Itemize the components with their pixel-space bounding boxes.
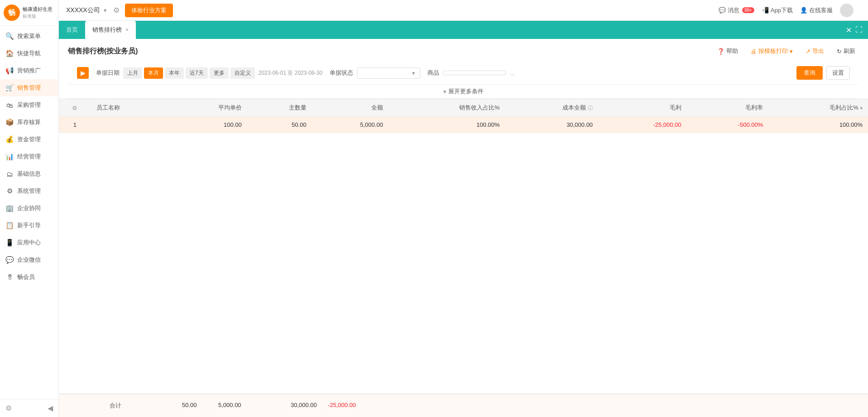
more-fields-btn[interactable]: ... <box>510 70 515 77</box>
sidebar-item-operations[interactable]: 📊 经营管理 <box>0 148 58 165</box>
sidebar-item-label: 快捷导航 <box>17 49 41 58</box>
sidebar-item-label: 采购管理 <box>17 101 41 109</box>
tab-home[interactable]: 首页 <box>59 21 85 39</box>
status-select[interactable]: ▾ <box>357 67 420 79</box>
message-group[interactable]: 💬 消息 99+ <box>719 6 754 14</box>
window-close-icon[interactable]: ✕ <box>846 26 852 34</box>
footer-spacer3 <box>249 399 285 412</box>
sidebar-item-finance[interactable]: 💰 资金管理 <box>0 131 58 148</box>
expand-more-btn[interactable]: ▾ 展开更多条件 <box>443 87 484 96</box>
folder-icon: 🗂 <box>5 170 14 178</box>
status-filter-group: 单据状态 ▾ <box>330 67 420 79</box>
col-gross-pct: 毛利占比% ♦ <box>768 99 868 117</box>
row-main-qty: 50.00 <box>247 117 312 133</box>
print-btn[interactable]: 🖨 按模板打印 ▾ <box>747 45 796 57</box>
sidebar-item-label: 企业协同 <box>17 204 41 212</box>
col-gross: 毛利 <box>598 99 686 117</box>
settings-btn[interactable]: 设置 <box>826 66 850 80</box>
sidebar-item-label: 新手引导 <box>17 221 41 230</box>
refresh-icon: ↻ <box>837 48 842 55</box>
building-icon: 🏢 <box>5 204 14 212</box>
sidebar-item-label: 搜索菜单 <box>17 32 41 40</box>
help-icon: ❓ <box>717 48 724 55</box>
sidebar-item-label: 销售管理 <box>17 84 41 92</box>
filter-collapse-btn[interactable]: ▶ <box>77 67 89 79</box>
row-gross-rate: -500.00% <box>687 117 769 133</box>
medal-icon: 🎖 <box>5 273 14 281</box>
sidebar-item-enterprise[interactable]: 🏢 企业协同 <box>0 200 58 217</box>
megaphone-icon: 📢 <box>5 67 14 75</box>
service-icon: 👤 <box>800 7 807 14</box>
home-icon: 🏠 <box>5 49 14 58</box>
table-settings-col[interactable]: ⚙ <box>59 99 91 117</box>
row-cost: 30,000.00 <box>505 117 599 133</box>
date-btn-7days[interactable]: 近7天 <box>186 67 208 79</box>
table-container: ⚙ 员工名称 平均单价 主数量 全额 销售收入占比% 成本全额 ⓘ 毛利 毛利率 <box>59 99 868 393</box>
industry-btn[interactable]: 体验行业方案 <box>125 4 173 17</box>
col-gross-rate: 毛利率 <box>687 99 769 117</box>
date-btn-thismonth[interactable]: 本月 <box>144 67 163 79</box>
settings-footer-icon[interactable]: ⚙ <box>5 404 12 412</box>
sidebar-item-inventory[interactable]: 📦 库存核算 <box>0 114 58 131</box>
window-expand-icon[interactable]: ⛶ <box>855 26 863 34</box>
date-btn-group: 上月 本月 本年 近7天 更多 自定义 <box>123 67 255 79</box>
goods-input[interactable] <box>443 71 506 75</box>
col-main-qty: 主数量 <box>247 99 312 117</box>
sidebar-item-member[interactable]: 🎖 畅会员 <box>0 268 58 286</box>
gear-icon: ⚙ <box>5 187 14 195</box>
guide-icon: 📋 <box>5 221 14 230</box>
tab-sales-ranking[interactable]: 销售排行榜 × <box>85 21 136 39</box>
sidebar-item-search[interactable]: 🔍 搜索菜单 <box>0 28 58 45</box>
query-btn[interactable]: 查询 <box>796 66 823 80</box>
sidebar-item-label: 基础信息 <box>17 170 41 178</box>
sidebar-item-marketing[interactable]: 📢 营销推广 <box>0 62 58 79</box>
date-btn-lastmonth[interactable]: 上月 <box>123 67 142 79</box>
company-selector[interactable]: XXXXX公司 ▼ <box>66 6 108 14</box>
col-cost: 成本全额 ⓘ <box>505 99 599 117</box>
sidebar-item-apps[interactable]: 📱 应用中心 <box>0 234 58 251</box>
row-avg-price: 100.00 <box>169 117 247 133</box>
online-service-label: 在线客服 <box>809 6 833 14</box>
sidebar-item-label: 畅会员 <box>17 273 35 281</box>
sidebar-item-quick-nav[interactable]: 🏠 快捷导航 <box>0 45 58 62</box>
sidebar-item-label: 系统管理 <box>17 187 41 195</box>
footer-main-qty: 50.00 <box>177 399 213 412</box>
gross-pct-icon: ♦ <box>860 105 863 110</box>
topbar-settings-icon[interactable]: ⚙ <box>113 6 120 14</box>
cost-info-icon: ⓘ <box>588 105 593 110</box>
sidebar-item-guide[interactable]: 📋 新手引导 <box>0 217 58 234</box>
footer-amount: 5,000.00 <box>213 399 249 412</box>
content-area: 销售排行榜(按业务员) ❓ 帮助 🖨 按模板打印 ▾ ↗ 导出 <box>59 39 868 417</box>
user-avatar[interactable] <box>840 4 854 17</box>
online-service-group[interactable]: 👤 在线客服 <box>800 6 833 14</box>
sidebar-item-purchase[interactable]: 🛍 采购管理 <box>0 96 58 114</box>
row-amount: 5,000.00 <box>312 117 388 133</box>
logo-title: 畅康通好生意 <box>23 6 53 13</box>
date-btn-custom[interactable]: 自定义 <box>230 67 255 79</box>
export-icon: ↗ <box>806 48 810 55</box>
app-download-group[interactable]: 📲 App下载 <box>762 6 793 14</box>
filter-bar: ▶ 单据日期 上月 本月 本年 近7天 更多 自定义 2023-06-01 至 … <box>68 62 859 85</box>
sidebar-item-label: 资金管理 <box>17 135 41 144</box>
chart-icon: 📊 <box>5 153 14 161</box>
row-gross: -25,000.00 <box>598 117 686 133</box>
date-label: 单据日期 <box>96 69 120 77</box>
logo-icon: 畅 <box>4 5 20 21</box>
col-sales-pct: 销售收入占比% <box>388 99 505 117</box>
collapse-icon[interactable]: ◀ <box>48 404 53 412</box>
page-title-row: 销售排行榜(按业务员) ❓ 帮助 🖨 按模板打印 ▾ ↗ 导出 <box>68 45 859 57</box>
date-btn-thisyear[interactable]: 本年 <box>165 67 184 79</box>
date-btn-more[interactable]: 更多 <box>210 67 229 79</box>
sidebar-item-sales[interactable]: 🛒 销售管理 <box>0 79 58 96</box>
help-btn[interactable]: ❓ 帮助 <box>714 45 742 57</box>
tab-close-icon[interactable]: × <box>125 27 129 33</box>
sidebar-item-basics[interactable]: 🗂 基础信息 <box>0 165 58 182</box>
goods-filter-group: 商品 ... <box>427 69 515 77</box>
row-gross-pct: 100.00% <box>768 117 868 133</box>
sidebar-item-wechat[interactable]: 💬 企业微信 <box>0 251 58 268</box>
main-area: XXXXX公司 ▼ ⚙ 体验行业方案 💬 消息 99+ 📲 App下载 👤 在线… <box>59 0 868 417</box>
sidebar-item-system[interactable]: ⚙ 系统管理 <box>0 182 58 200</box>
tabbar-actions: ✕ ⛶ <box>846 26 868 34</box>
export-btn[interactable]: ↗ 导出 <box>802 45 828 57</box>
refresh-btn[interactable]: ↻ 刷新 <box>833 45 859 57</box>
